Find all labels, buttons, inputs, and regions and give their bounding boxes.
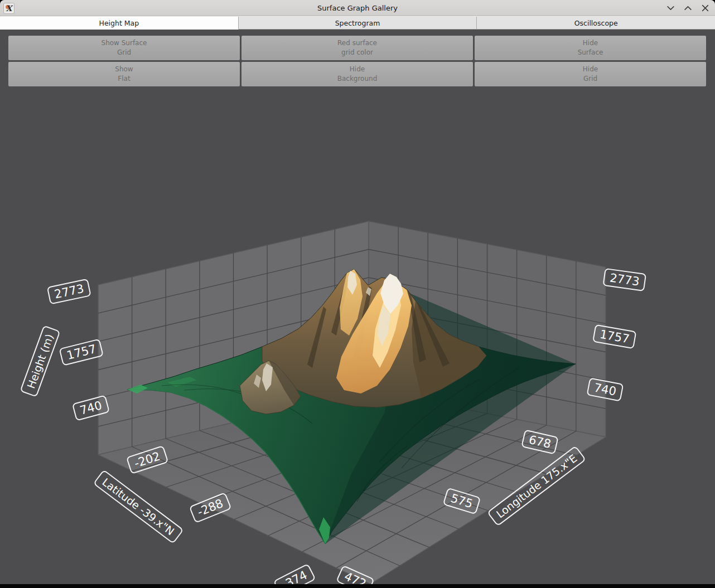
app-window: X Surface Graph Gallery Hei (0, 0, 715, 588)
desktop-taskbar-edge (0, 584, 715, 588)
surface-plot-viewport[interactable]: 2773 1757 740 -116 2773 1757 740 781 -20… (0, 0, 715, 588)
surface-plot-scene (0, 0, 715, 588)
